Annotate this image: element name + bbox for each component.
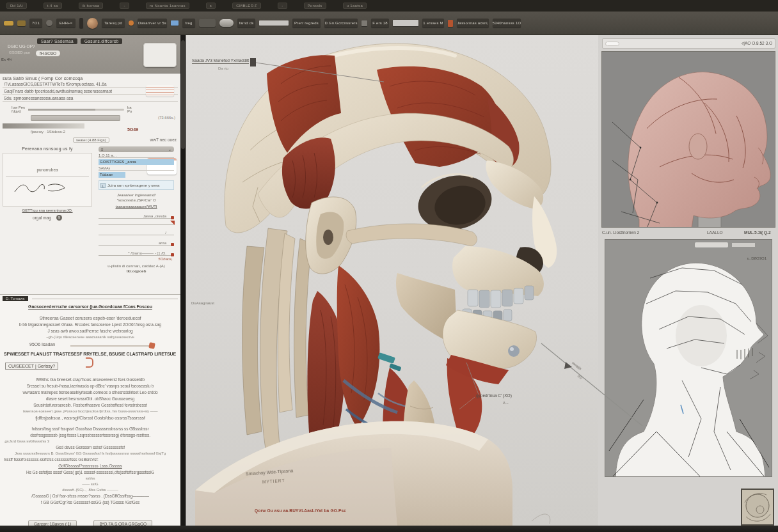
3d-viewport[interactable] <box>186 35 598 526</box>
wireframe-head-preview[interactable]: u..D8O3O1 <box>605 239 772 477</box>
scrollbar[interactable] <box>180 35 186 532</box>
foot-label: orgal mag <box>33 215 51 220</box>
tool-chip[interactable]: Taresq pd <box>102 19 125 27</box>
menu-item[interactable]: - <box>278 3 287 9</box>
small-square-icon[interactable] <box>361 20 367 26</box>
annotation-label: Saada JV3 Munefod Yxmaddilt <box>192 58 249 64</box>
doc-text-line: fjdfbsjssbsoa , wssrsglfCisrsst Gostsfds… <box>4 414 177 421</box>
ring-icon[interactable] <box>46 20 52 26</box>
mini-slider[interactable]: Jassa ,oissda <box>99 214 174 219</box>
annotation-chin-sublabel: A ~ <box>503 401 509 405</box>
doc-text-line: Sresset su fresub-fnasa,iaerinasda op dB… <box>4 383 177 389</box>
bar-caption: fjasewy · 1Sttdess-2 <box>31 130 178 134</box>
gray-button[interactable] <box>199 19 216 27</box>
right-panel-toolbar[interactable]: -r|AO O.8.52 3.O <box>602 38 775 49</box>
menu-item[interactable]: ru Noanta 1aannas <box>146 3 189 9</box>
brush-dot-icon[interactable] <box>129 20 134 26</box>
underlined-caption: taasamaaaaaaom/WUTI <box>99 205 174 208</box>
dropdown[interactable]: ≡ ⌄ <box>99 146 174 152</box>
mini-pill[interactable] <box>605 42 619 46</box>
foot-caption: u-plistin di conman, cuiddoc A-(A)tkr.oq… <box>99 263 174 274</box>
light-field[interactable] <box>393 20 418 26</box>
highlighted-item[interactable]: GOISTTIGIES _anna <box>99 159 174 165</box>
caption-right: MUL.5.:8( Q.2 <box>744 230 771 235</box>
tool-chip[interactable]: 1 ersses M <box>422 19 444 27</box>
doc-boxed-field[interactable]: CUISEECET | Gerissy? <box>5 359 82 370</box>
menu-item[interactable]: s <box>206 3 216 9</box>
menu-item[interactable]: u 1aatsa <box>343 3 367 9</box>
preview-toolbar-chip[interactable] <box>732 243 755 247</box>
circle-glyph-icon[interactable]: 9 <box>56 215 62 221</box>
gradient-bar[interactable] <box>3 123 84 129</box>
wireframe-label: u..D8O3O1 <box>747 256 766 260</box>
doc-text-line: ssf/ss <box>4 476 177 481</box>
menu-item[interactable]: t-4 sa <box>44 3 62 9</box>
doc-text-line: Hs Gs-ssfsfjss ssssf Gsss( gs)1 sssssf-s… <box>4 469 177 476</box>
preview-toolbar-chip[interactable] <box>695 242 728 247</box>
tool-chip[interactable]: Dasarrver vr 5s <box>138 19 167 27</box>
caption-center: LAALLO <box>707 230 723 235</box>
orange-pen-icon[interactable] <box>448 20 453 27</box>
signature-squiggle <box>3 180 86 197</box>
doc-text-line: SPWIESSET PLANLIST TRASTESESF RRYTELSE, … <box>4 350 177 357</box>
doc-text-line: J seas awb awoo.sadfherrse fasche webrao… <box>4 328 177 334</box>
sphere-thumbnail[interactable] <box>741 489 774 526</box>
textured-head-preview[interactable] <box>601 51 775 228</box>
stat-chip: seatet (4.88 Figs) <box>73 137 109 143</box>
slider-label: Iow Fesfdgvt) <box>12 106 25 113</box>
swatch-label: (73.666s.) <box>158 116 175 120</box>
menu-item[interactable]: Penssls <box>304 3 326 9</box>
tool-chip[interactable]: 5340hansss 1O <box>493 19 521 27</box>
tool-chip[interactable]: F ers 18 <box>371 19 389 27</box>
menu-item[interactable]: Dd 1Ai <box>6 3 27 9</box>
mini-slider[interactable]: arna <box>99 241 174 246</box>
doc-text-line: Sssff fsssrfGssssss-ssrfsfss cssssssrfss… <box>4 457 177 463</box>
row-label: wwT nec ooez <box>150 137 177 143</box>
tool-chip[interactable]: 7O1 <box>29 19 42 27</box>
doc-text-line: t GB GGsfCgr?ss Gssssssf-ssGG (ss) TGsss… <box>4 499 177 506</box>
tool-chip[interactable]: Jassonnas acsni, <box>457 19 489 27</box>
menu-item[interactable]: - <box>120 3 129 9</box>
mini-slider[interactable]: * /Gwrm——— - (1 /D.5Obaos, <box>99 251 174 256</box>
highlighted-item[interactable]: Tddaae <box>99 172 125 178</box>
material-sphere-icon[interactable] <box>87 18 98 29</box>
tool-chip[interactable]: Prerr regreds <box>292 19 321 27</box>
doc-text-line: Gacsoceederrsche carsorsor (jua.Gocedcua… <box>4 303 177 310</box>
mini-slider[interactable]: / <box>99 231 174 235</box>
tool-chip[interactable]: famd ds <box>237 19 255 27</box>
color-swatch-card[interactable] <box>146 85 174 97</box>
tool-chip[interactable]: freg <box>182 19 195 27</box>
doc-text-line: b bb Mgasranegacsoet Gfuaa. Rrcodes fans… <box>4 322 177 328</box>
tab-1[interactable]: Saar? Sademaa <box>37 38 77 44</box>
preview-card[interactable] <box>143 43 177 67</box>
slider[interactable] <box>28 109 124 111</box>
tool-shelf: 7O1EHH+≈Taresq pdDasarrver vr 5sfregfamd… <box>0 12 778 35</box>
blue-chip-icon[interactable] <box>171 20 179 26</box>
doc-text-line: diasre seset besnsrssrGbl. obSfraoc Gous… <box>4 396 177 402</box>
doc-text-line: /GsssssG | Gsf fssr-sfsss.msser?ssrss . … <box>4 493 177 499</box>
tool-chip[interactable]: EHH+≈ <box>56 19 75 27</box>
dome-icon[interactable] <box>219 19 234 27</box>
light-slider[interactable] <box>259 20 289 26</box>
menu-item[interactable]: ik bomaa <box>79 3 104 9</box>
doc-text-line: dssfrssgsssssb (ssg fssss Lsqrssbsssssrt… <box>4 432 177 439</box>
view-settings-label: -r|AO O.8.52 3.O <box>741 41 772 45</box>
dropdown-caption: 1.O.11 a… <box>99 153 174 158</box>
gold-wing-icon[interactable] <box>17 20 26 26</box>
progress-bar[interactable] <box>31 115 120 121</box>
info-band[interactable]: L Juira ram spriterragene y seea <box>99 180 174 190</box>
doc-text-area: Gacsoceederrsche carsorsor (jua.Gocedcua… <box>0 301 180 506</box>
app-window: Dd 1Ait-4 saik bomaa-ru Noanta 1aannassG… <box>0 0 778 532</box>
doc-slider[interactable]: 95O6 Isadan <box>29 341 157 349</box>
gold-brush-icon[interactable] <box>4 21 13 26</box>
menu-item[interactable]: GMBLER.F <box>232 3 261 9</box>
chevron-down-icon: ⌄ <box>168 147 171 152</box>
divider[interactable] <box>79 18 83 28</box>
doc-text-line: Gsd dsvss Gsrsssm ssbsf Gsssssssfsf <box>4 444 177 451</box>
tool-chip[interactable]: D.Gn.Gcrcnssrers <box>324 19 358 27</box>
tab-2[interactable]: Gasuns.diffcorsb <box>81 38 122 44</box>
mini-slider[interactable] <box>99 224 174 225</box>
doc-text-line: dssss#..(SG).., .8fss Gsfss ——— <box>4 487 177 493</box>
sphere-sketch <box>742 490 773 524</box>
slider-end-label: baPo <box>127 106 132 113</box>
